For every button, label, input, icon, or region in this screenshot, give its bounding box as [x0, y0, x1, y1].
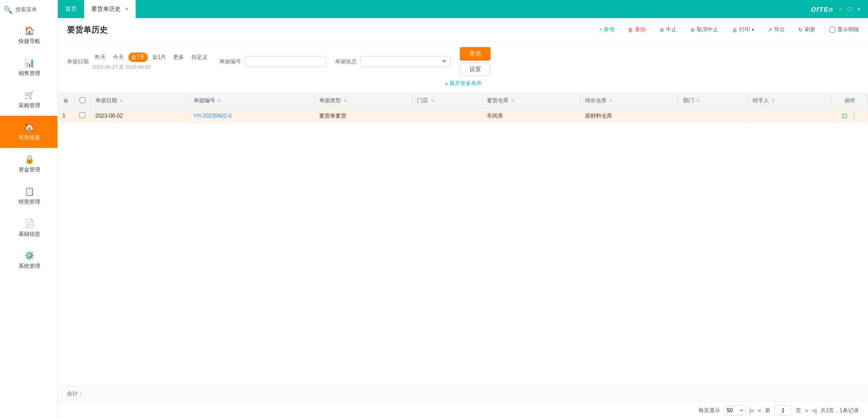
refresh-icon: ↻ — [798, 27, 803, 33]
maximize-icon[interactable]: □ — [848, 5, 851, 13]
sort-icon-type[interactable]: ⇅ — [344, 98, 347, 103]
last-page-icon[interactable]: >| — [812, 407, 817, 414]
sidebar-item-finance[interactable]: 🔒 资金管理 — [0, 148, 57, 180]
filter-row: 单据日期 昨天 今天 近7天 近1月 更多 自定义 2023-05-27 至 2… — [67, 47, 859, 76]
th-department: 部门 ⇅ — [678, 93, 748, 109]
td-department — [678, 109, 748, 124]
sort-icon-pending-warehouse[interactable]: ⇅ — [609, 98, 613, 103]
show-detail-label: 显示明细 — [837, 26, 859, 33]
print-button[interactable]: 🖨 打印 ▾ — [727, 24, 759, 36]
tab-active[interactable]: 要货单历史 × — [84, 0, 136, 18]
sidebar-label-inventory: 库存核算 — [19, 134, 40, 142]
th-checkbox[interactable] — [74, 93, 90, 109]
tab-home-label: 首页 — [65, 5, 77, 13]
sort-icon-date[interactable]: ⇅ — [119, 98, 123, 103]
date-btn-today[interactable]: 今天 — [110, 52, 127, 62]
show-detail-checkbox[interactable] — [830, 27, 835, 33]
delete-button[interactable]: 🗑 删除 — [623, 24, 651, 36]
export-label: 导出 — [774, 26, 785, 33]
expand-button[interactable]: ∨ 展开更多条件 — [444, 80, 482, 87]
sidebar-item-quick-nav[interactable]: 🏠 快捷导航 — [0, 19, 57, 52]
select-all-checkbox[interactable] — [80, 97, 85, 103]
tab-active-label: 要货单历史 — [91, 5, 121, 13]
th-pending-warehouse-label: 待出仓库 — [585, 97, 607, 104]
date-btn-yesterday[interactable]: 昨天 — [92, 52, 108, 62]
sort-icon-department[interactable]: ⇅ — [696, 98, 700, 103]
sort-icon-store[interactable]: ⇅ — [431, 98, 434, 103]
table-row[interactable]: 1 2023-06-02 YH-20230602-0 要货单要货 车间库 原材料… — [58, 109, 868, 124]
sales-icon: 📊 — [24, 58, 34, 68]
new-button[interactable]: + 新增 — [594, 24, 619, 36]
filter-area: 单据日期 昨天 今天 近7天 近1月 更多 自定义 2023-05-27 至 2… — [58, 42, 868, 93]
settings-button[interactable]: 设置 — [460, 62, 491, 76]
page-suffix: 页 — [796, 407, 801, 414]
topbar-right: OfTEn − □ × — [811, 5, 868, 13]
show-detail-wrapper: 显示明细 — [830, 26, 859, 33]
tab-close-icon[interactable]: × — [125, 6, 128, 12]
sidebar-search[interactable]: 🔍 搜索菜单 — [0, 0, 57, 19]
more-icon[interactable]: ⋮ — [851, 112, 858, 119]
sidebar-item-purchase[interactable]: 🛒 采购管理 — [0, 84, 57, 116]
summary-row: 合计： — [58, 386, 868, 401]
date-btn-custom[interactable]: 自定义 — [189, 52, 210, 62]
th-department-label: 部门 — [683, 97, 694, 104]
sidebar-item-basic[interactable]: 📄 基础信息 — [0, 212, 57, 244]
export-button[interactable]: ↗ 导出 — [763, 24, 789, 36]
system-icon: ⚙️ — [24, 251, 34, 261]
sort-icon-req-warehouse[interactable]: ⇅ — [511, 98, 514, 103]
stop-button[interactable]: ⊘ 中止 — [655, 24, 681, 36]
page-size-select[interactable]: 50 10 20 100 — [724, 405, 746, 415]
doc-number-filter-group: 单据编号 — [219, 56, 326, 67]
td-checkbox[interactable] — [74, 109, 90, 124]
doc-number-input[interactable] — [245, 56, 326, 67]
sidebar-label-sales: 销售管理 — [19, 70, 40, 77]
tab-home[interactable]: 首页 — [58, 0, 84, 18]
sidebar-item-system[interactable]: ⚙️ 系统管理 — [0, 244, 57, 276]
date-btn-7days[interactable]: 近7天 — [128, 52, 148, 62]
th-store-label: 门店 — [417, 97, 428, 104]
sidebar-item-sales[interactable]: 📊 销售管理 — [0, 52, 57, 84]
sidebar-item-inventory[interactable]: 🏠 库存核算 — [0, 116, 57, 148]
th-operation-label: 操作 — [844, 97, 855, 104]
minimize-icon[interactable]: − — [839, 5, 842, 13]
sidebar-item-operation[interactable]: 📋 经营管理 — [0, 180, 57, 212]
first-page-icon[interactable]: |< — [750, 407, 755, 414]
cancel-stop-button[interactable]: ⊘ 取消中止 — [686, 24, 723, 36]
sort-icon-handler[interactable]: ⇅ — [771, 98, 775, 103]
th-operation: 操作 — [832, 93, 868, 109]
date-btn-more[interactable]: 更多 — [170, 52, 187, 62]
expand-chevron-icon: ∨ — [444, 81, 448, 87]
inventory-icon: 🏠 — [24, 122, 34, 132]
window-close-icon[interactable]: × — [857, 5, 861, 13]
delete-label: 删除 — [635, 26, 646, 33]
date-filter-buttons: 昨天 今天 近7天 近1月 更多 自定义 — [92, 52, 210, 62]
cancel-stop-label: 取消中止 — [697, 26, 718, 33]
refresh-button[interactable]: ↻ 刷新 — [794, 24, 820, 36]
td-handler — [748, 109, 831, 124]
table-body: 1 2023-06-02 YH-20230602-0 要货单要货 车间库 原材料… — [58, 109, 868, 124]
sort-icon-number[interactable]: ⇅ — [217, 98, 221, 103]
status-select[interactable] — [360, 56, 451, 67]
total-info: 共1页，1条记录 — [821, 407, 859, 414]
purchase-icon: 🛒 — [24, 90, 34, 100]
next-page-icon[interactable]: > — [805, 407, 808, 414]
row-checkbox[interactable] — [80, 112, 85, 118]
sidebar-label-system: 系统管理 — [19, 262, 40, 270]
td-number: YH-20230602-0 — [189, 109, 315, 124]
stop-label: 中止 — [666, 26, 677, 33]
sidebar-label-quick-nav: 快捷导航 — [19, 38, 40, 45]
refresh-label: 刷新 — [805, 26, 816, 33]
th-type: 单据类型 ⇅ — [315, 93, 413, 109]
th-handler: 经手人 ⇅ — [748, 93, 831, 109]
prev-page-icon[interactable]: < — [758, 407, 761, 414]
topbar-brand: OfTEn — [811, 5, 833, 13]
page-number-input[interactable] — [774, 405, 792, 415]
topbar: 首页 要货单历史 × OfTEn − □ × — [58, 0, 868, 18]
doc-number-link[interactable]: YH-20230602-0 — [193, 113, 232, 119]
date-btn-1month[interactable]: 近1月 — [150, 52, 169, 62]
status-label: 单据状态 — [335, 58, 357, 66]
edit-icon[interactable]: ⊡ — [842, 112, 848, 119]
th-settings[interactable]: ⚙ — [58, 93, 74, 109]
query-button[interactable]: 查询 — [460, 47, 491, 61]
page-title: 要货单历史 — [67, 24, 108, 35]
